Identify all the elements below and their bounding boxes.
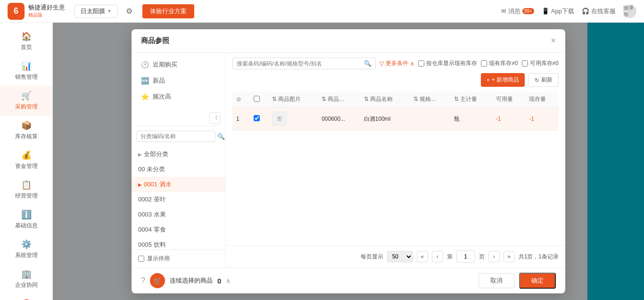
sidebar-item-finance[interactable]: 💰 资金管理 — [0, 145, 52, 175]
select-all-checkbox[interactable] — [254, 96, 260, 102]
col-unit-header[interactable]: ⇅ 主计量 — [450, 92, 492, 108]
product-search-input[interactable] — [237, 60, 362, 67]
left-panel: 🕐 近期购买 🆕 新品 ⭐ 频次高 — [132, 53, 226, 267]
category-0001[interactable]: ▶ 0001 酒水 — [132, 177, 225, 192]
sidebar-item-label: 采购管理 — [15, 103, 38, 111]
category-all[interactable]: ▶ 全部分类 — [132, 147, 225, 162]
sidebar-item-inventory[interactable]: 📦 库存核算 — [0, 116, 52, 145]
dialog-overlay: 商品参照 × 🕐 近期购买 🆕 — [53, 23, 644, 300]
category-label: 0005 饮料 — [138, 241, 166, 249]
filter-label: 更多条件 — [386, 59, 408, 67]
checkbox-label: 可用库存≠0 — [530, 59, 559, 67]
chevron-right-icon: ▶ — [138, 152, 142, 157]
chevron-down-icon: ▼ — [107, 8, 112, 14]
sidebar-item-operations[interactable]: 📋 经营管理 — [0, 175, 52, 205]
cancel-button[interactable]: 取消 — [479, 273, 514, 288]
refresh-button[interactable]: ↻ 刷新 — [528, 73, 559, 87]
sidebar-item-sales[interactable]: 📊 销售管理 — [0, 56, 52, 86]
per-page-select[interactable]: 20 50 100 — [387, 251, 413, 262]
category-0003[interactable]: 0003 水果 — [132, 207, 225, 222]
checkbox-available-nonzero[interactable]: 可用库存≠0 — [522, 59, 559, 67]
help-icon[interactable]: ? — [141, 276, 145, 285]
cell-spec — [410, 108, 450, 131]
confirm-button[interactable]: 确定 — [519, 273, 556, 289]
app-download-button[interactable]: 📱 App下载 — [542, 7, 574, 16]
message-icon: ✉ — [501, 8, 506, 15]
phone-icon: 📱 — [542, 8, 549, 15]
tab-recent-purchase[interactable]: 🕐 近期购买 — [136, 58, 221, 72]
tab-new-products[interactable]: 🆕 新品 — [136, 74, 221, 88]
close-icon[interactable]: × — [551, 36, 556, 46]
col-available-header[interactable]: 可用量 — [492, 92, 526, 108]
category-00[interactable]: 00 未分类 — [132, 162, 225, 177]
col-code-header[interactable]: ⇅ 商品... — [318, 92, 360, 108]
sidebar-item-basic-info[interactable]: ℹ️ 基础信息 — [0, 205, 52, 234]
tab-high-frequency[interactable]: ⭐ 频次高 — [136, 90, 221, 104]
new-icon: 🆕 — [141, 77, 149, 84]
row-checkbox[interactable] — [254, 115, 260, 121]
warehouse-checkbox[interactable] — [418, 60, 424, 67]
checkbox-warehouse[interactable]: 按仓库显示现有库存 — [418, 59, 477, 67]
checkbox-stock-nonzero[interactable]: 现有库存≠0 — [481, 59, 518, 67]
collapse-button[interactable]: 《 — [209, 112, 221, 124]
search-icon[interactable]: 🔍 — [364, 60, 372, 67]
page-info: 共1页，1条记录 — [519, 253, 559, 261]
display-disabled-checkbox[interactable] — [138, 256, 144, 262]
sidebar-item-label: 库存核算 — [15, 133, 38, 141]
stock-nonzero-checkbox[interactable] — [481, 60, 487, 67]
checkbox-label: 按仓库显示现有库存 — [426, 59, 477, 67]
cart-button[interactable]: 🛒 — [150, 273, 165, 288]
settings-icon[interactable]: ⚙ — [236, 96, 241, 103]
col-settings: ⚙ — [232, 92, 250, 108]
sidebar-item-guide[interactable]: 🎯 新手引导 — [0, 294, 52, 300]
next-page-button[interactable]: › — [488, 251, 500, 262]
dialog-header: 商品参照 × — [132, 29, 565, 53]
tab-label: 近期购买 — [153, 60, 177, 69]
dialog-footer: ? 🛒 连续选择的商品 0 ∧ 取消 确定 — [132, 267, 565, 293]
refresh-icon: ↻ — [535, 77, 539, 83]
chevron-up-icon[interactable]: ∧ — [226, 277, 231, 284]
first-page-button[interactable]: « — [417, 251, 428, 262]
sidebar-item-label: 企业协同 — [15, 281, 38, 289]
try-button[interactable]: 体验行业方案 — [142, 4, 194, 18]
category-search-input[interactable] — [136, 131, 215, 142]
available-nonzero-checkbox[interactable] — [522, 60, 528, 67]
last-page-button[interactable]: » — [504, 251, 515, 262]
category-0002[interactable]: 0002 茶叶 — [132, 192, 225, 207]
gear-icon[interactable]: ⚙ — [122, 4, 137, 19]
sidebar-item-purchase[interactable]: 🛒 采购管理 — [0, 86, 52, 116]
category-0004[interactable]: 0004 零食 — [132, 222, 225, 237]
cell-code: 000600... — [318, 108, 360, 131]
sort-icon: ⇅ — [413, 96, 418, 102]
prev-page-button[interactable]: ‹ — [432, 251, 443, 262]
category-label: 全部分类 — [144, 150, 168, 158]
chevron-up-icon: ∧ — [410, 60, 414, 67]
cell-stock: -1 — [525, 108, 559, 131]
messages-button[interactable]: ✉ 消息 99+ — [501, 7, 534, 16]
col-spec-header[interactable]: ⇅ 规格... — [410, 92, 450, 108]
left-panel-tabs: 🕐 近期购买 🆕 新品 ⭐ 频次高 — [132, 53, 225, 108]
nav-selector[interactable]: 日太阳膜 ▼ — [74, 5, 118, 18]
category-label: 0004 零食 — [138, 225, 166, 234]
basic-info-icon: ℹ️ — [21, 209, 32, 220]
add-product-button[interactable]: + + 新增商品 — [481, 73, 525, 87]
avatar[interactable]: 徐泽华 — [623, 5, 636, 18]
sidebar-item-system[interactable]: ⚙️ 系统管理 — [0, 234, 52, 264]
filter-button[interactable]: ▽ 更多条件 ∧ — [380, 59, 414, 67]
online-service-button[interactable]: 🎧 在线客服 — [582, 7, 616, 16]
category-label: 00 未分类 — [138, 165, 165, 174]
table-row[interactable]: 1 图 000600... 白酒100ml — [232, 108, 559, 131]
product-search-bar: 🔍 — [232, 58, 376, 69]
col-img-header: ⇅ 商品图片 — [268, 92, 318, 108]
cart-count: 0 — [217, 277, 221, 285]
top-nav: 6 畅捷通好生意 精品版 日太阳膜 ▼ ⚙ 体验行业方案 ✉ 消息 99+ 📱 … — [0, 0, 644, 23]
sidebar-item-home[interactable]: 🏠 首页 — [0, 26, 52, 56]
page-number-input[interactable] — [456, 250, 475, 263]
category-0005[interactable]: 0005 饮料 — [132, 237, 225, 250]
search-icon[interactable]: 🔍 — [217, 133, 225, 140]
sidebar-item-enterprise[interactable]: 🏢 企业协同 — [0, 264, 52, 294]
message-label: 消息 — [508, 7, 520, 16]
col-stock-header[interactable]: 现存量 — [525, 92, 559, 108]
col-name-header[interactable]: ⇅ 商品名称 — [360, 92, 410, 108]
sidebar-item-label: 基础信息 — [15, 222, 38, 230]
